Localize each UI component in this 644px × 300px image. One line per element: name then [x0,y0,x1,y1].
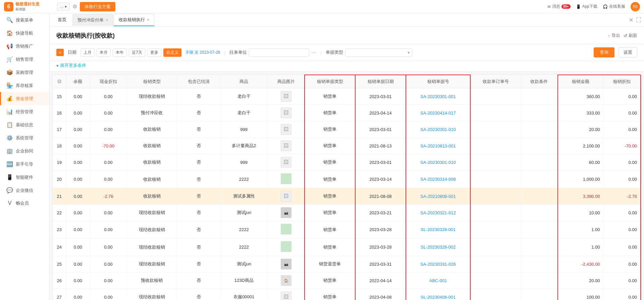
period-last-month[interactable]: 上月 [80,48,95,57]
tab-maximize-icon[interactable]: ⛶ [636,17,641,23]
sidebar-item-guide[interactable]: 🆕 新手引导 [0,158,49,171]
trial-button[interactable]: 体验行业方案 [80,2,115,11]
sidebar-item-sales[interactable]: 🛒 销售管理 [0,53,49,66]
app-download-link[interactable]: 📱 App下载 [576,4,597,9]
col-bill-no-header: 核销单据号 [406,75,470,88]
sidebar-item-system[interactable]: ⚙️ 系统管理 [0,131,49,144]
row-bill-no[interactable]: SL-20230328-002 [406,239,470,256]
bill-no-link[interactable]: SL-20230328-002 [421,245,455,250]
sidebar-item-wechat[interactable]: 💬 企业微信 [0,184,49,197]
sidebar-item-shortcuts[interactable]: 🏠 快捷导航 [0,27,49,40]
row-bill-no[interactable]: ABC-001 [406,272,470,289]
sidebar-item-basic[interactable]: 📋 基础信息 [0,118,49,131]
row-writeoff-amount: 3,390.00 [558,188,603,205]
tab-home[interactable]: 首页 [52,14,72,26]
col-bill-type-header: 核销单据类型 [305,75,355,88]
member-icon: V [6,200,13,206]
bill-no-link[interactable]: ABC-001 [429,278,447,283]
row-receipt-condition [521,171,558,188]
period-more[interactable]: 更多 [147,48,161,57]
sidebar-item-search[interactable]: 🔍 搜索菜单 [0,13,49,27]
filter-bar: » 日期 上月 本月 本年 近7天 更多 自定义 不限 至 2023-07-26… [50,44,644,61]
row-bill-no[interactable]: SA-20230331-026 [406,256,470,272]
table-row: 15 0.00 0.00 现结收款核销 否 老白干 🖼 销货单 2023-03-… [53,88,641,105]
period-custom[interactable]: 自定义 [163,48,181,57]
row-receipt-order [470,205,521,221]
row-bill-no[interactable]: SA-20210808-001 [406,188,470,205]
message-label: 消息 [552,4,560,9]
row-cash-discount: -70.00 [90,138,127,154]
partner-input[interactable] [249,48,309,57]
bill-no-link[interactable]: SA-20230301-010 [420,160,456,165]
export-button[interactable]: ↑ 导出 [608,33,621,39]
sidebar-item-hardware[interactable]: 📱 智能硬件 [0,171,49,184]
row-bill-no[interactable]: SA-20230321-012 [406,205,470,221]
partner-dots-icon[interactable]: ··· [311,49,316,55]
bill-type-filter-wrap: 单据类型 ▾ [326,48,590,57]
row-bill-no[interactable]: SL-20230328-001 [406,221,470,239]
online-service-link[interactable]: 🎧 在线客服 [603,4,625,9]
period-this-month[interactable]: 本月 [97,48,111,57]
refresh-button[interactable]: ↺ 刷新 [624,33,637,39]
col-config-header[interactable]: ⚙ [53,75,66,88]
app-name: 畅捷通好生意 [15,1,40,7]
tab-writeoff[interactable]: 收款核销执行 × [114,14,154,26]
tab-prepaid[interactable]: 预付冲应付单 × [72,14,113,26]
guide-icon: 🆕 [6,161,13,167]
sidebar-label-finance: 资金管理 [16,96,33,102]
sidebar-item-purchase[interactable]: 📦 采购管理 [0,66,49,79]
row-bill-no[interactable]: SA-20230301-001 [406,88,470,105]
row-bill-type: 销货单 [305,121,355,138]
sidebar-item-member[interactable]: V 畅会员 [0,197,49,210]
column-config-icon[interactable]: ⚙ [57,79,62,84]
col-writeoff-type-header: 核销类型 [127,75,177,88]
period-7days[interactable]: 近7天 [129,48,145,57]
bill-no-link[interactable]: SL-20230408-001 [421,295,455,300]
sidebar-item-inventory[interactable]: 🏪 库存核算 [0,79,49,92]
row-bill-no[interactable]: SA-20230301-010 [406,154,470,171]
row-settled: 否 [177,239,220,256]
tab-actions: ✕ ⛶ [629,17,641,23]
bill-type-select[interactable] [345,48,412,57]
bill-no-link[interactable]: SA-20230301-010 [420,127,456,132]
row-number: 22 [53,205,66,221]
company-selector[interactable]: ... ▾ [57,3,70,11]
row-balance: 0.00 [66,256,90,272]
tab-writeoff-close[interactable]: × [147,17,149,22]
bill-no-link[interactable]: SA-20230414-017 [420,111,456,116]
sidebar-item-finance[interactable]: 💰 资金管理 [0,92,49,105]
sidebar-item-corp[interactable]: 🏢 企业协同 [0,144,49,158]
row-writeoff-type: 现结收款核销 [127,205,177,221]
bill-no-link[interactable]: SA-20230331-026 [420,262,456,267]
sidebar-item-marketing[interactable]: 📢 营销推广 [0,40,49,53]
expand-conditions-button[interactable]: ▾ 展开更多条件 [56,62,86,69]
row-bill-no[interactable]: SA-20230414-017 [406,105,470,121]
row-balance: 0.00 [66,88,90,105]
bill-no-link[interactable]: SL-20230328-001 [421,227,455,232]
row-bill-no[interactable]: SA-20230314-008 [406,171,470,188]
row-bill-no[interactable]: SA-20210813-001 [406,138,470,154]
tab-prepaid-close[interactable]: × [106,18,108,23]
row-balance: 0.00 [66,221,90,239]
settings-button[interactable]: 设置 [619,47,637,57]
bill-no-link[interactable]: SA-20210808-001 [420,194,456,199]
content-area: 首页 预付冲应付单 × 收款核销执行 × ✕ ⛶ 收款核销执行(按收款) [50,13,644,300]
settings-icon[interactable]: ⚙ [72,3,77,10]
filter-toggle-button[interactable]: » [56,49,64,56]
row-cash-discount: 0.00 [90,221,127,239]
user-avatar[interactable]: Rit [631,2,640,11]
bill-no-link[interactable]: SA-20230321-012 [420,210,456,215]
bill-no-link[interactable]: SA-20230314-008 [420,177,456,182]
query-button[interactable]: 查询 [594,47,614,57]
table-row: 19 0.00 0.00 收款核销 否 999 🖼 销货单 2023-03-01… [53,154,641,171]
row-writeoff-discount: 0.00 [603,88,641,105]
row-bill-no[interactable]: SA-20230301-010 [406,121,470,138]
sidebar-item-business[interactable]: 📊 经营管理 [0,105,49,118]
bill-no-link[interactable]: SA-20230301-001 [420,94,456,99]
row-writeoff-amount: -2,430.00 [558,256,603,272]
message-badge[interactable]: ✉ 消息 99+ [547,4,571,9]
bill-no-link[interactable]: SA-20210813-001 [420,143,456,148]
period-this-year[interactable]: 本年 [113,48,127,57]
row-bill-no[interactable]: SL-20230408-001 [406,289,470,300]
tab-close-window-icon[interactable]: ✕ [629,17,633,23]
